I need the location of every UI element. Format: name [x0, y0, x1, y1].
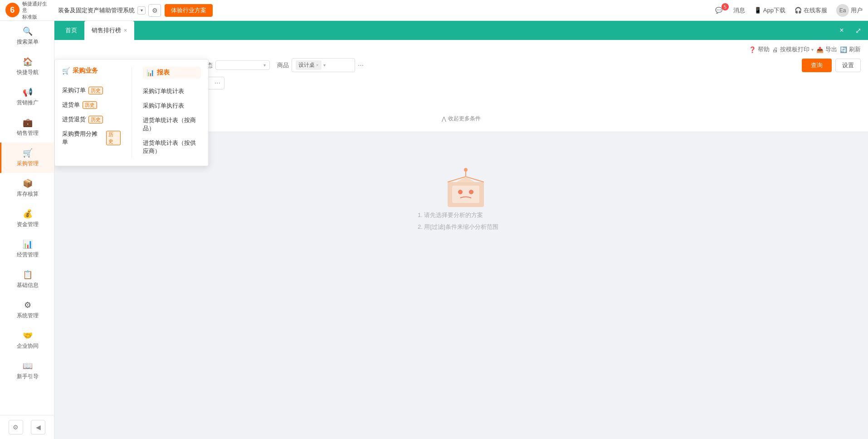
- tab-home[interactable]: 首页: [58, 21, 84, 40]
- sidebar-item-inventory[interactable]: 📦 库存核算: [0, 173, 54, 203]
- reports-col-title-label: 报表: [157, 69, 170, 77]
- refresh-label: 刷新: [849, 45, 861, 54]
- title-gear-btn[interactable]: ⚙: [148, 4, 161, 17]
- export-label: 导出: [825, 45, 837, 54]
- sidebar-collapse-btn[interactable]: ◀: [31, 420, 45, 434]
- sidebar-item-system[interactable]: ⚙ 系统管理: [0, 295, 54, 325]
- tab-maximize-btn[interactable]: ⤢: [852, 24, 864, 37]
- query-btn[interactable]: 查询: [802, 59, 832, 72]
- print-dropdown-icon: ▾: [811, 47, 814, 52]
- svg-point-3: [469, 190, 473, 194]
- print-label: 按模板打印: [780, 45, 809, 54]
- tab-sales-rank-label: 销售排行榜: [92, 26, 121, 35]
- guide-icon: 📖: [23, 361, 33, 371]
- message-item[interactable]: 💬 5 消息: [715, 6, 745, 15]
- dropdown-item-report-3[interactable]: 进货单统计表（按商品）: [143, 113, 201, 136]
- tab-sales-rank[interactable]: 销售排行榜 ×: [84, 21, 134, 40]
- sidebar-item-label-system: 系统管理: [17, 312, 39, 320]
- sidebar-item-label-search: 搜索菜单: [17, 38, 39, 46]
- home-icon: 🏠: [23, 57, 33, 67]
- title-dropdown-btn[interactable]: ▾: [137, 6, 146, 15]
- main-layout: 🔍 搜索菜单 🏠 快捷导航 📢 营销推广 💼 销售管理 🛒 采购管理 📦 库存核…: [0, 21, 868, 439]
- sidebar-item-quick-nav[interactable]: 🏠 快捷导航: [0, 51, 54, 82]
- user-item[interactable]: Ea 用户: [836, 4, 863, 17]
- svg-point-2: [458, 190, 463, 194]
- dropdown-item-purchase-expense[interactable]: 采购费用分摊单 历史: [62, 127, 121, 149]
- avatar: Ea: [836, 4, 849, 17]
- tab-close-btn[interactable]: ×: [835, 24, 848, 37]
- sidebar-item-capital[interactable]: 💰 资金管理: [0, 203, 54, 234]
- message-label: 消息: [733, 6, 745, 15]
- capital-icon: 💰: [23, 209, 33, 219]
- hist-badge-0: 历史: [88, 87, 103, 94]
- doc-status-select[interactable]: ▾: [215, 60, 270, 70]
- hist-badge-1: 历史: [83, 101, 97, 109]
- empty-svg: [439, 159, 493, 214]
- reports-col-title: 📊 报表: [143, 67, 201, 79]
- sidebar-item-label-guide: 新手引导: [17, 373, 39, 380]
- dropdown-item-report-4[interactable]: 进货单统计表（按供应商）: [143, 136, 201, 158]
- tabbar-right: × ⤢: [835, 24, 864, 37]
- sidebar: 🔍 搜索菜单 🏠 快捷导航 📢 营销推广 💼 销售管理 🛒 采购管理 📦 库存核…: [0, 21, 54, 439]
- tabbar: 首页 销售排行榜 × × ⤢: [54, 21, 868, 40]
- goods-select[interactable]: 设计桌 × ▾: [292, 58, 355, 72]
- svg-rect-1: [452, 186, 479, 203]
- sidebar-item-basic[interactable]: 📋 基础信息: [0, 264, 54, 295]
- dropdown-item-purchase-in[interactable]: 进货单 历史: [62, 98, 121, 112]
- purchase-col-title-label: 采购业务: [73, 67, 98, 75]
- sidebar-item-label-marketing: 营销推广: [17, 99, 39, 107]
- dropdown-item-report-1-label: 采购订单统计表: [143, 87, 184, 95]
- goods-dots[interactable]: ···: [358, 61, 364, 69]
- system-icon: ⚙: [24, 300, 31, 310]
- empty-tip-2: 用[过滤]条件来缩小分析范围: [424, 221, 498, 233]
- purchase-dropdown-menu: 🛒 采购业务 采购订单 历史 进货单 历史 进货退货 历史: [54, 59, 209, 166]
- sidebar-item-operation[interactable]: 📊 经营管理: [0, 234, 54, 264]
- query-toolbar: 查询 设置: [802, 59, 861, 72]
- refresh-btn[interactable]: 🔄 刷新: [840, 45, 861, 54]
- dropdown-item-purchase-expense-label: 采购费用分摊单: [62, 130, 103, 146]
- dropdown-item-report-2-label: 采购订单执行表: [143, 102, 184, 110]
- salesperson-dots[interactable]: ···: [215, 79, 220, 87]
- sidebar-item-label-quick-nav: 快捷导航: [17, 69, 39, 76]
- dropdown-item-purchase-order[interactable]: 采购订单 历史: [62, 83, 121, 98]
- dropdown-item-report-1[interactable]: 采购订单统计表: [143, 84, 201, 99]
- export-btn[interactable]: 📤 导出: [816, 45, 837, 54]
- reports-col-icon: 📊: [146, 69, 154, 76]
- app-download-item[interactable]: 📱 App下载: [754, 6, 785, 15]
- sidebar-item-label-capital: 资金管理: [17, 221, 39, 228]
- industry-btn[interactable]: 体验行业方案: [165, 4, 213, 17]
- sidebar-item-label-sales: 销售管理: [17, 129, 39, 137]
- search-icon: 🔍: [23, 26, 33, 36]
- sidebar-item-marketing[interactable]: 📢 营销推广: [0, 82, 54, 112]
- phone-icon: 📱: [754, 7, 761, 14]
- help-btn[interactable]: ❓ 帮助: [749, 45, 770, 54]
- dropdown-divider: [132, 67, 132, 158]
- dropdown-item-purchase-return-label: 进货退货: [62, 115, 86, 123]
- user-label: 用户: [851, 6, 863, 15]
- filter-goods: 商品 设计桌 × ▾ ···: [277, 58, 364, 72]
- print-btn[interactable]: 🖨 按模板打印 ▾: [772, 45, 814, 54]
- sidebar-item-label-enterprise: 企业协同: [17, 342, 39, 350]
- goods-tag-close[interactable]: ×: [316, 63, 319, 68]
- tab-close-icon[interactable]: ×: [124, 27, 127, 34]
- logo-text: 畅捷通好生意 标准版: [22, 0, 51, 20]
- dropdown-item-report-2[interactable]: 采购订单执行表: [143, 99, 201, 113]
- setting-btn[interactable]: 设置: [835, 59, 861, 72]
- sidebar-item-search[interactable]: 🔍 搜索菜单: [0, 21, 54, 51]
- online-service-item[interactable]: 🎧 在线客服: [795, 6, 827, 15]
- sidebar-item-guide[interactable]: 📖 新手引导: [0, 355, 54, 386]
- dropdown-item-report-3-label: 进货单统计表（按商品）: [143, 116, 201, 133]
- dropdown-item-purchase-return[interactable]: 进货退货 历史: [62, 112, 121, 127]
- help-label: 帮助: [758, 45, 770, 54]
- sidebar-item-enterprise[interactable]: 🤝 企业协同: [0, 325, 54, 355]
- logo: 6 畅捷通好生意 标准版: [5, 0, 51, 20]
- sidebar-item-label-purchase: 采购管理: [17, 160, 39, 168]
- avatar-text: Ea: [839, 7, 846, 14]
- sidebar-bottom: ⚙ ◀: [0, 415, 54, 439]
- sidebar-item-sales[interactable]: 💼 销售管理: [0, 112, 54, 143]
- sidebar-settings-btn[interactable]: ⚙: [9, 420, 23, 434]
- sidebar-item-purchase[interactable]: 🛒 采购管理: [0, 143, 54, 173]
- collapse-icon: ⋀: [442, 116, 446, 122]
- purchase-col: 🛒 采购业务 采购订单 历史 进货单 历史 进货退货 历史: [62, 67, 121, 158]
- doc-status-arrow: ▾: [263, 63, 266, 68]
